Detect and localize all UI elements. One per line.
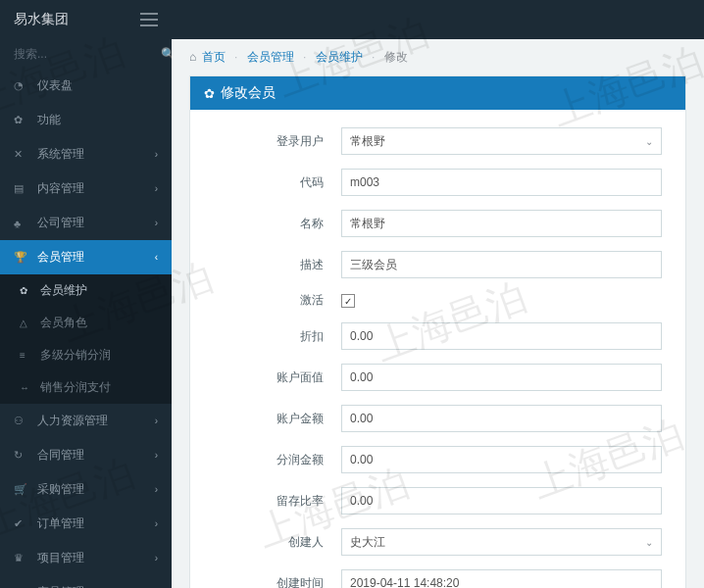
- brand-name: 易水集团: [14, 11, 69, 28]
- panel-header: ✿ 修改会员: [190, 76, 685, 110]
- breadcrumb-home[interactable]: 首页: [202, 50, 226, 64]
- sidebar-item-product[interactable]: ✎产品管理›: [0, 575, 172, 588]
- label-retain-rate: 留存比率: [214, 493, 341, 510]
- sidebar: 🔍 ◔仪表盘 ✿功能 ✕系统管理› ▤内容管理› ♣公司管理› 🏆会员管理‹ ✿…: [0, 39, 172, 588]
- list-icon: ≡: [20, 350, 35, 361]
- sub-item-sales-pay[interactable]: ↔销售分润支付: [0, 371, 172, 404]
- dashboard-icon: ◔: [14, 79, 31, 92]
- sidebar-item-function[interactable]: ✿功能: [0, 103, 172, 137]
- label-account-amount: 账户金额: [214, 411, 341, 427]
- sidebar-item-content[interactable]: ▤内容管理›: [0, 172, 172, 206]
- breadcrumb-maintain[interactable]: 会员维护: [316, 50, 363, 64]
- desc-input[interactable]: [341, 251, 662, 278]
- login-user-select[interactable]: 常根野 ⌄: [341, 127, 662, 155]
- chevron-down-icon: ⌄: [645, 136, 653, 147]
- sub-item-distribution[interactable]: ≡多级分销分润: [0, 339, 172, 371]
- retain-rate-input[interactable]: [341, 487, 662, 514]
- chevron-right-icon: ›: [155, 149, 158, 160]
- name-input[interactable]: [341, 210, 662, 237]
- chevron-right-icon: ›: [155, 183, 158, 194]
- sub-item-member-maintain[interactable]: ✿会员维护: [0, 274, 172, 307]
- gear-icon: ✿: [204, 86, 215, 101]
- function-icon: ✿: [14, 114, 31, 126]
- sub-item-member-role[interactable]: △会员角色: [0, 307, 172, 339]
- triangle-icon: △: [20, 318, 35, 328]
- create-time-input[interactable]: [341, 569, 662, 588]
- sidebar-item-order[interactable]: ✔订单管理›: [0, 507, 172, 541]
- account-face-input[interactable]: [341, 364, 662, 391]
- search-icon[interactable]: 🔍: [161, 47, 172, 61]
- trophy-icon: 🏆: [14, 251, 31, 264]
- label-name: 名称: [214, 216, 341, 232]
- sidebar-item-system[interactable]: ✕系统管理›: [0, 137, 172, 172]
- label-login-user: 登录用户: [214, 133, 341, 150]
- label-creator: 创建人: [214, 534, 341, 551]
- active-checkbox[interactable]: ✓: [341, 294, 355, 308]
- sidebar-item-project[interactable]: ♛项目管理›: [0, 541, 172, 575]
- chevron-right-icon: ›: [155, 484, 158, 495]
- discount-input[interactable]: [341, 322, 662, 350]
- sidebar-item-dashboard[interactable]: ◔仪表盘: [0, 69, 172, 103]
- breadcrumb-member[interactable]: 会员管理: [247, 50, 294, 64]
- crown-icon: ♛: [14, 552, 31, 564]
- form-panel: ✿ 修改会员 登录用户 常根野 ⌄ 代码: [189, 75, 686, 588]
- chevron-right-icon: ›: [155, 450, 158, 461]
- check-icon: ✔: [14, 517, 31, 530]
- chevron-right-icon: ›: [155, 518, 158, 529]
- home-icon: ⌂: [189, 50, 196, 64]
- chevron-right-icon: ›: [155, 416, 158, 426]
- chevron-right-icon: ›: [155, 553, 158, 564]
- content-icon: ▤: [14, 182, 31, 195]
- hr-icon: ⚇: [14, 415, 31, 427]
- sidebar-item-hr[interactable]: ⚇人力资源管理›: [0, 404, 172, 438]
- account-amount-input[interactable]: [341, 405, 662, 432]
- dividend-input[interactable]: [341, 446, 662, 473]
- code-input[interactable]: [341, 169, 662, 196]
- sidebar-item-contract[interactable]: ↻合同管理›: [0, 438, 172, 472]
- sidebar-item-company[interactable]: ♣公司管理›: [0, 206, 172, 240]
- sidebar-item-purchase[interactable]: 🛒采购管理›: [0, 472, 172, 507]
- creator-select[interactable]: 史大江 ⌄: [341, 528, 662, 556]
- topbar: 易水集团: [0, 0, 704, 39]
- sidebar-item-member[interactable]: 🏆会员管理‹: [0, 240, 172, 274]
- label-discount: 折扣: [214, 328, 341, 345]
- label-account-face: 账户面值: [214, 369, 341, 386]
- chevron-right-icon: ›: [155, 218, 158, 228]
- main-content: ⌂ 首页 · 会员管理 · 会员维护 · 修改 ✿ 修改会员 登录用户 常根野: [172, 39, 704, 588]
- swap-icon: ↔: [20, 382, 35, 393]
- search-input[interactable]: [14, 47, 161, 61]
- cart-icon: 🛒: [14, 483, 31, 496]
- brand-area: 易水集团: [0, 11, 172, 28]
- label-active: 激活: [214, 292, 341, 309]
- company-icon: ♣: [14, 218, 31, 229]
- sidebar-search[interactable]: 🔍: [0, 39, 172, 69]
- flower-icon: ✿: [20, 285, 35, 296]
- breadcrumb: ⌂ 首页 · 会员管理 · 会员维护 · 修改: [172, 39, 704, 75]
- label-dividend: 分润金额: [214, 452, 341, 468]
- panel-title: 修改会员: [221, 84, 276, 102]
- chevron-down-icon: ⌄: [645, 537, 653, 548]
- hamburger-icon[interactable]: [140, 13, 158, 26]
- label-code: 代码: [214, 174, 341, 191]
- breadcrumb-current: 修改: [384, 50, 408, 64]
- system-icon: ✕: [14, 148, 31, 161]
- label-desc: 描述: [214, 257, 341, 273]
- contract-icon: ↻: [14, 449, 31, 462]
- label-create-time: 创建时间: [214, 575, 341, 589]
- chevron-left-icon: ‹: [155, 252, 158, 263]
